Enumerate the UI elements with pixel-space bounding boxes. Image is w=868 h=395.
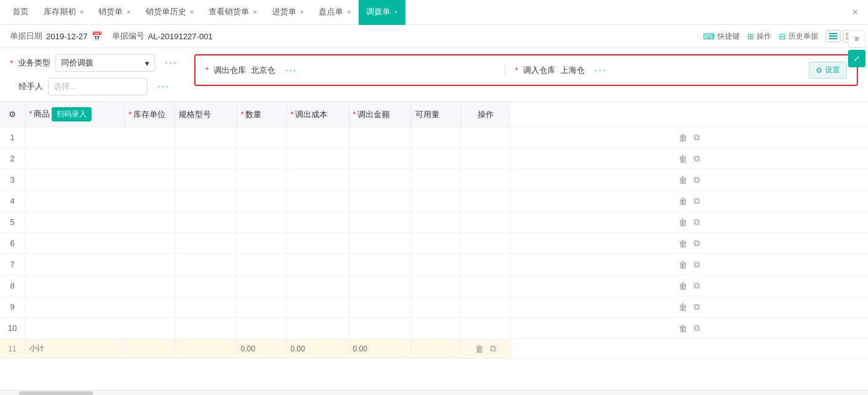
handler-more[interactable]: ··· <box>158 81 169 92</box>
row-cost[interactable] <box>349 148 411 169</box>
tab-view-sales[interactable]: 查看销货单 × <box>201 0 264 25</box>
row-qty[interactable] <box>286 127 349 148</box>
row-amount[interactable] <box>411 275 461 297</box>
row-amount[interactable] <box>411 127 461 148</box>
copy-btn[interactable]: ⧉ <box>692 216 701 229</box>
handler-select[interactable]: 选择... <box>48 78 148 95</box>
out-warehouse-more[interactable]: ··· <box>285 65 297 76</box>
scan-button[interactable]: 扫码录入 <box>52 107 92 121</box>
copy-btn[interactable]: ⧉ <box>692 258 701 271</box>
copy-btn[interactable]: ⧉ <box>692 173 701 186</box>
row-available[interactable] <box>461 318 511 339</box>
row-spec[interactable] <box>237 148 286 169</box>
row-spec[interactable] <box>237 191 286 212</box>
delete-btn[interactable]: 🗑 <box>677 322 689 335</box>
close-tab-view-sales[interactable]: × <box>253 8 257 16</box>
row-amount[interactable] <box>411 191 461 212</box>
row-unit[interactable] <box>174 191 237 212</box>
tab-home[interactable]: 首页 <box>5 0 36 25</box>
business-type-more[interactable]: ··· <box>165 57 177 69</box>
row-cost[interactable] <box>349 254 411 275</box>
row-cost[interactable] <box>349 191 411 212</box>
copy-btn[interactable]: ⧉ <box>692 131 701 144</box>
copy-btn[interactable]: ⧉ <box>692 300 701 313</box>
close-tab-sales-order[interactable]: × <box>126 8 130 16</box>
row-spec[interactable] <box>237 254 286 275</box>
history-btn[interactable]: ⊟ 历史单据 <box>779 31 818 42</box>
horizontal-scrollbar[interactable] <box>0 390 868 395</box>
row-qty[interactable] <box>286 169 349 191</box>
row-product[interactable] <box>25 297 174 318</box>
delete-btn[interactable]: 🗑 <box>677 174 689 186</box>
row-unit[interactable] <box>174 127 237 148</box>
row-product[interactable] <box>25 318 174 339</box>
delete-btn[interactable]: 🗑 <box>677 237 689 250</box>
row-spec[interactable] <box>237 127 286 148</box>
close-tab-inventory[interactable]: × <box>347 8 351 16</box>
copy-btn[interactable]: ⧉ <box>692 279 701 292</box>
close-tab-transfer[interactable]: × <box>394 8 398 16</box>
settings-button[interactable]: ⚙ 设置 <box>809 62 847 79</box>
tab-sales-history[interactable]: 销货单历史 × <box>138 0 201 25</box>
scrollbar-thumb[interactable] <box>19 391 93 395</box>
th-gear[interactable]: ⚙ <box>0 102 25 127</box>
row-qty[interactable] <box>286 191 349 212</box>
row-spec[interactable] <box>237 275 286 297</box>
row-amount[interactable] <box>411 254 461 275</box>
in-warehouse-more[interactable]: ··· <box>595 65 606 76</box>
row-qty[interactable] <box>286 212 349 233</box>
copy-btn[interactable]: ⧉ <box>692 321 701 335</box>
delete-btn[interactable]: 🗑 <box>677 195 689 207</box>
row-qty[interactable] <box>286 275 349 297</box>
row-available[interactable] <box>461 191 511 212</box>
tab-purchase[interactable]: 进货单 × <box>265 0 311 25</box>
row-unit[interactable] <box>174 212 237 233</box>
row-amount[interactable] <box>411 297 461 318</box>
row-spec[interactable] <box>237 318 286 339</box>
delete-btn[interactable]: 🗑 <box>677 259 689 271</box>
row-available[interactable] <box>461 297 511 318</box>
row-unit[interactable] <box>174 297 237 318</box>
row-amount[interactable] <box>411 212 461 233</box>
delete-btn[interactable]: 🗑 <box>677 280 689 292</box>
list-panel-btn[interactable]: ≡ <box>848 30 866 47</box>
copy-btn[interactable]: ⧉ <box>692 152 701 165</box>
copy-btn[interactable]: ⧉ <box>692 194 701 207</box>
row-product[interactable] <box>25 127 174 148</box>
row-cost[interactable] <box>349 297 411 318</box>
close-tab-stock-initial[interactable]: × <box>80 8 83 16</box>
copy-btn[interactable]: ⧉ <box>489 342 498 355</box>
row-qty[interactable] <box>286 148 349 169</box>
row-qty[interactable] <box>286 254 349 275</box>
close-tab-purchase[interactable]: × <box>300 8 304 16</box>
row-unit[interactable] <box>174 318 237 339</box>
row-available[interactable] <box>461 127 511 148</box>
delete-btn[interactable]: 🗑 <box>474 343 485 355</box>
row-cost[interactable] <box>349 169 411 191</box>
row-cost[interactable] <box>349 212 411 233</box>
row-amount[interactable] <box>411 148 461 169</box>
delete-btn[interactable]: 🗑 <box>677 301 689 313</box>
calendar-icon[interactable]: 📅 <box>92 31 102 41</box>
row-available[interactable] <box>461 233 511 254</box>
operations-btn[interactable]: ⊞ 操作 <box>747 31 771 42</box>
row-product[interactable] <box>25 191 174 212</box>
row-available[interactable] <box>461 169 511 191</box>
row-spec[interactable] <box>237 212 286 233</box>
row-spec[interactable] <box>237 169 286 191</box>
shortcut-btn[interactable]: ⌨ 快捷键 <box>703 31 740 42</box>
expand-panel-btn[interactable]: ⤢ <box>848 50 866 67</box>
row-product[interactable] <box>25 148 174 169</box>
row-spec[interactable] <box>237 233 286 254</box>
row-qty[interactable] <box>286 297 349 318</box>
row-unit[interactable] <box>174 254 237 275</box>
tab-inventory[interactable]: 盘点单 × <box>311 0 358 25</box>
row-amount[interactable] <box>411 169 461 191</box>
row-product[interactable] <box>25 254 174 275</box>
row-product[interactable] <box>25 275 174 297</box>
business-type-select[interactable]: 同价调拨 ▾ <box>55 54 155 72</box>
row-available[interactable] <box>461 212 511 233</box>
row-cost[interactable] <box>349 233 411 254</box>
row-available[interactable] <box>461 254 511 275</box>
delete-btn[interactable]: 🗑 <box>677 216 689 229</box>
